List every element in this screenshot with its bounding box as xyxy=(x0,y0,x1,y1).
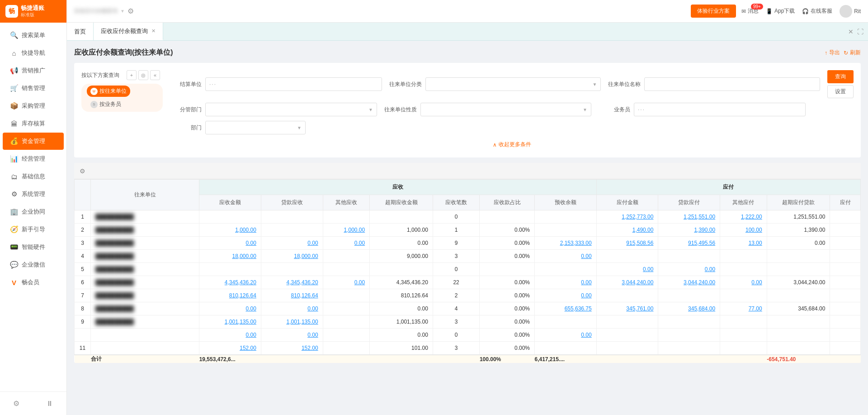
table-cell[interactable] xyxy=(596,329,658,342)
add-scheme-button[interactable]: + xyxy=(127,70,137,80)
table-cell[interactable]: 1,222.00 xyxy=(720,210,767,224)
setting-button[interactable]: 设置 xyxy=(827,85,854,98)
edit-scheme-button[interactable]: ◎ xyxy=(138,70,148,80)
table-cell[interactable]: 1,252,773.00 xyxy=(596,210,658,224)
online-service-action[interactable]: 🎧 在线客服 xyxy=(802,7,832,15)
table-cell[interactable] xyxy=(323,302,370,315)
table-cell[interactable]: 1,000.00 xyxy=(199,224,261,237)
view-by-unit-option[interactable]: U 按往来单位 xyxy=(87,86,130,97)
table-cell[interactable]: 915,508.56 xyxy=(596,237,658,250)
table-cell[interactable]: 0.00 xyxy=(261,329,323,342)
sidebar-item-member[interactable]: V 畅会员 xyxy=(3,274,64,291)
table-cell[interactable]: 4,345,436.20 xyxy=(199,276,261,289)
table-cell[interactable] xyxy=(720,263,767,276)
table-cell[interactable] xyxy=(720,250,767,263)
tab-home[interactable]: 首页 xyxy=(67,23,94,40)
table-cell[interactable] xyxy=(720,315,767,329)
arrow-scheme-button[interactable]: « xyxy=(150,70,160,80)
promo-button[interactable]: 体验行业方案 xyxy=(691,5,736,18)
table-cell[interactable]: 18,000.00 xyxy=(199,250,261,263)
user-avatar-area[interactable]: Rit xyxy=(840,5,861,18)
table-cell[interactable]: 0.00 xyxy=(720,276,767,289)
table-cell[interactable] xyxy=(720,329,767,342)
message-action[interactable]: ✉ 消息 99+ xyxy=(741,7,759,15)
table-cell[interactable] xyxy=(323,342,370,355)
unit-nature-input[interactable]: ▼ xyxy=(420,103,591,116)
table-cell[interactable] xyxy=(323,329,370,342)
table-cell[interactable]: 18,000.00 xyxy=(261,250,323,263)
table-cell[interactable]: 1,390.00 xyxy=(658,224,720,237)
sidebar-item-search[interactable]: 🔍 搜索菜单 xyxy=(3,27,64,44)
sidebar-item-marketing[interactable]: 📢 营销推广 xyxy=(3,62,64,79)
table-cell[interactable]: 0.00 xyxy=(323,237,370,250)
salesperson-input[interactable]: ··· xyxy=(634,103,806,116)
table-cell[interactable] xyxy=(534,342,596,355)
table-cell[interactable]: 152.00 xyxy=(261,342,323,355)
table-cell[interactable]: 0.00 xyxy=(199,302,261,315)
tab-maximize-icon[interactable]: ⛶ xyxy=(857,28,863,35)
table-cell[interactable]: 0.00 xyxy=(199,237,261,250)
table-cell[interactable] xyxy=(596,315,658,329)
table-cell[interactable]: 3,044,240.00 xyxy=(658,276,720,289)
table-cell[interactable] xyxy=(658,315,720,329)
table-cell[interactable] xyxy=(720,342,767,355)
breadcrumb-gear-icon[interactable]: ⚙ xyxy=(127,7,134,15)
view-by-staff-option[interactable]: S 按业务员 xyxy=(87,99,130,110)
sidebar-item-hardware[interactable]: 📟 智能硬件 xyxy=(3,239,64,256)
refresh-button[interactable]: ↻ 刷新 xyxy=(844,49,861,57)
table-cell[interactable]: 77.00 xyxy=(720,302,767,315)
table-cell[interactable]: 0.00 xyxy=(323,276,370,289)
sidebar-item-operation[interactable]: 📊 经营管理 xyxy=(3,150,64,167)
table-cell[interactable] xyxy=(596,289,658,302)
table-cell[interactable] xyxy=(596,342,658,355)
table-cell[interactable] xyxy=(199,210,261,224)
unit-name-input[interactable] xyxy=(644,77,820,91)
table-cell[interactable]: 915,495.56 xyxy=(658,237,720,250)
table-cell[interactable] xyxy=(323,289,370,302)
table-cell[interactable] xyxy=(199,263,261,276)
table-cell[interactable]: 0.00 xyxy=(534,276,596,289)
sidebar-item-quicknav[interactable]: ⌂ 快捷导航 xyxy=(3,44,64,62)
tab-araps[interactable]: 应收应付余额查询 ✕ xyxy=(94,23,163,40)
tab-close-all-icon[interactable]: ✕ xyxy=(848,28,854,35)
total-r-advance[interactable]: 6,417,215.... xyxy=(534,355,596,363)
table-cell[interactable]: 152.00 xyxy=(199,342,261,355)
export-button[interactable]: ↑ 导出 xyxy=(825,49,840,57)
table-cell[interactable]: 2,153,333.00 xyxy=(534,237,596,250)
table-cell[interactable]: 0.00 xyxy=(199,329,261,342)
table-cell[interactable]: 0.00 xyxy=(596,263,658,276)
table-cell[interactable] xyxy=(261,263,323,276)
table-cell[interactable] xyxy=(323,315,370,329)
araps-tab-close-icon[interactable]: ✕ xyxy=(151,28,156,34)
table-settings-icon[interactable]: ⚙ xyxy=(80,167,85,175)
table-cell[interactable] xyxy=(323,250,370,263)
table-cell[interactable]: 1,490.00 xyxy=(596,224,658,237)
table-cell[interactable]: 3,044,240.00 xyxy=(596,276,658,289)
sidebar-item-guide[interactable]: 🧭 新手引导 xyxy=(3,221,64,238)
table-cell[interactable]: 655,636.75 xyxy=(534,302,596,315)
table-cell[interactable]: 0.00 xyxy=(534,250,596,263)
table-cell[interactable]: 0.00 xyxy=(534,289,596,302)
table-cell[interactable] xyxy=(323,263,370,276)
table-cell[interactable]: 1,001,135.00 xyxy=(199,315,261,329)
table-cell[interactable]: 100.00 xyxy=(720,224,767,237)
dept-manager-input[interactable]: ▼ xyxy=(205,103,377,116)
unit-category-input[interactable]: ▼ xyxy=(425,77,601,91)
dept-input[interactable]: ▼ xyxy=(205,121,306,134)
table-cell[interactable]: 13.00 xyxy=(720,237,767,250)
sidebar-item-wechat[interactable]: 💬 企业微信 xyxy=(3,256,64,273)
table-cell[interactable]: 345,684.00 xyxy=(658,302,720,315)
query-button[interactable]: 查询 xyxy=(827,70,854,83)
table-cell[interactable] xyxy=(534,263,596,276)
table-cell[interactable]: 345,761.00 xyxy=(596,302,658,315)
table-cell[interactable] xyxy=(658,342,720,355)
table-cell[interactable] xyxy=(658,289,720,302)
table-cell[interactable]: 0.00 xyxy=(658,263,720,276)
table-cell[interactable] xyxy=(596,250,658,263)
table-cell[interactable] xyxy=(534,315,596,329)
table-cell[interactable] xyxy=(261,224,323,237)
sidebar-item-enterprise[interactable]: 🏢 企业协同 xyxy=(3,203,64,220)
table-cell[interactable] xyxy=(720,289,767,302)
sidebar-item-basic[interactable]: 🗂 基础信息 xyxy=(3,168,64,185)
app-download-action[interactable]: 📱 App下载 xyxy=(766,7,795,15)
